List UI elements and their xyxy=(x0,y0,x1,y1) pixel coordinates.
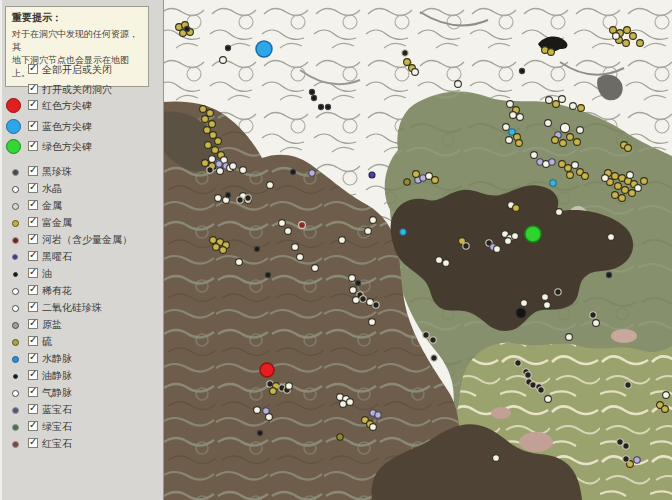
resource-marker[interactable] xyxy=(220,247,227,254)
resource-marker[interactable] xyxy=(617,439,623,445)
resource-marker[interactable] xyxy=(521,300,528,307)
resource-marker[interactable] xyxy=(240,167,247,174)
resource-marker[interactable] xyxy=(204,127,211,134)
resource-marker[interactable] xyxy=(202,116,209,123)
resource-marker[interactable] xyxy=(318,104,323,109)
resource-marker[interactable] xyxy=(606,272,611,277)
resource-marker[interactable] xyxy=(550,180,556,186)
resource-marker[interactable] xyxy=(207,110,214,117)
resource-marker[interactable] xyxy=(266,414,273,421)
resource-marker[interactable] xyxy=(516,308,526,318)
resource-marker[interactable] xyxy=(503,124,510,131)
resource-marker[interactable] xyxy=(545,396,552,403)
resource-marker[interactable] xyxy=(641,178,648,185)
resource-marker[interactable] xyxy=(555,289,561,295)
legend-resource-9-checkbox[interactable] xyxy=(28,319,38,329)
resource-marker[interactable] xyxy=(570,103,577,110)
resource-marker[interactable] xyxy=(207,167,213,173)
legend-resource-12-checkbox[interactable] xyxy=(28,370,38,380)
resource-marker[interactable] xyxy=(347,399,354,406)
resource-marker[interactable] xyxy=(212,147,219,154)
resource-marker[interactable] xyxy=(200,106,207,113)
resource-marker[interactable] xyxy=(553,101,560,108)
resource-marker[interactable] xyxy=(613,33,620,40)
resource-marker[interactable] xyxy=(455,81,462,88)
resource-marker[interactable] xyxy=(230,163,237,170)
resource-marker[interactable] xyxy=(625,145,632,152)
resource-marker[interactable] xyxy=(365,228,372,235)
resource-marker[interactable] xyxy=(279,220,286,227)
resource-marker[interactable] xyxy=(567,134,574,141)
resource-marker[interactable] xyxy=(608,234,615,241)
resource-marker[interactable] xyxy=(210,132,217,139)
legend-obelisk-2-checkbox[interactable] xyxy=(28,141,38,151)
legend-resource-13-checkbox[interactable] xyxy=(28,387,38,397)
resource-marker[interactable] xyxy=(572,162,579,169)
resource-marker[interactable] xyxy=(590,312,596,318)
legend-resource-3-checkbox[interactable] xyxy=(28,217,38,227)
resource-marker[interactable] xyxy=(355,280,360,285)
resource-marker[interactable] xyxy=(531,152,538,159)
resource-marker[interactable] xyxy=(560,140,567,147)
resource-marker[interactable] xyxy=(426,173,433,180)
resource-marker[interactable] xyxy=(225,45,230,50)
resource-marker[interactable] xyxy=(516,140,523,147)
resource-marker[interactable] xyxy=(463,243,469,249)
resource-marker[interactable] xyxy=(622,187,629,194)
resource-marker[interactable] xyxy=(349,275,356,282)
red-obelisk[interactable] xyxy=(260,363,274,377)
resource-marker[interactable] xyxy=(350,287,357,294)
resource-marker[interactable] xyxy=(612,173,619,180)
toggle-all-checkbox[interactable] xyxy=(28,64,38,74)
resource-marker[interactable] xyxy=(369,319,376,326)
resource-marker[interactable] xyxy=(210,237,217,244)
resource-marker[interactable] xyxy=(513,205,520,212)
legend-resource-11-checkbox[interactable] xyxy=(28,353,38,363)
resource-marker[interactable] xyxy=(530,382,536,388)
resource-marker[interactable] xyxy=(213,244,220,251)
resource-marker[interactable] xyxy=(413,171,420,178)
resource-marker[interactable] xyxy=(619,195,626,202)
resource-marker[interactable] xyxy=(624,27,631,34)
legend-resource-2-checkbox[interactable] xyxy=(28,200,38,210)
resource-marker[interactable] xyxy=(635,185,642,192)
resource-marker[interactable] xyxy=(373,302,379,308)
resource-marker[interactable] xyxy=(552,137,559,144)
resource-marker[interactable] xyxy=(215,138,222,145)
resource-marker[interactable] xyxy=(297,254,304,261)
resource-marker[interactable] xyxy=(339,237,346,244)
resource-marker[interactable] xyxy=(225,192,230,197)
resource-marker[interactable] xyxy=(623,456,629,462)
resource-marker[interactable] xyxy=(578,105,585,112)
resource-marker[interactable] xyxy=(312,265,319,272)
resource-marker[interactable] xyxy=(184,26,189,31)
resource-marker[interactable] xyxy=(612,192,619,199)
resource-marker[interactable] xyxy=(505,238,512,245)
resource-marker[interactable] xyxy=(205,142,212,149)
resource-marker[interactable] xyxy=(634,457,640,463)
resource-marker[interactable] xyxy=(538,387,544,393)
resource-marker[interactable] xyxy=(402,50,408,56)
resource-marker[interactable] xyxy=(443,260,450,267)
resource-marker[interactable] xyxy=(577,127,584,134)
resource-marker[interactable] xyxy=(519,68,524,73)
toggle-caves-checkbox[interactable] xyxy=(28,84,38,94)
resource-marker[interactable] xyxy=(593,320,600,327)
resource-marker[interactable] xyxy=(559,96,566,103)
resource-marker[interactable] xyxy=(404,179,410,185)
legend-resource-15-checkbox[interactable] xyxy=(28,421,38,431)
resource-marker[interactable] xyxy=(257,430,262,435)
legend-resource-10-checkbox[interactable] xyxy=(28,336,38,346)
resource-marker[interactable] xyxy=(311,95,316,100)
resource-marker[interactable] xyxy=(602,175,609,182)
legend-resource-8-checkbox[interactable] xyxy=(28,302,38,312)
resource-marker[interactable] xyxy=(325,104,330,109)
resource-marker[interactable] xyxy=(254,407,261,414)
resource-marker[interactable] xyxy=(202,160,209,167)
legend-resource-5-checkbox[interactable] xyxy=(28,251,38,261)
legend-resource-7-checkbox[interactable] xyxy=(28,285,38,295)
resource-marker[interactable] xyxy=(623,40,630,47)
legend-obelisk-1-checkbox[interactable] xyxy=(28,121,38,131)
resource-marker[interactable] xyxy=(404,59,411,66)
resource-marker[interactable] xyxy=(267,182,274,189)
